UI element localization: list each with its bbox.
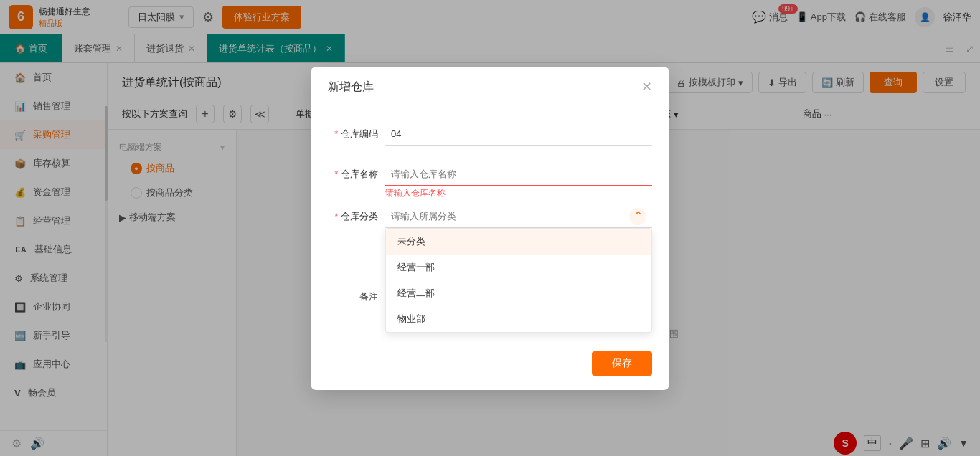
dropdown-item-dept2[interactable]: 经营二部 — [386, 280, 651, 306]
code-input[interactable] — [385, 123, 652, 146]
category-label: * 仓库分类 — [328, 205, 385, 228]
dropdown-item-property[interactable]: 物业部 — [386, 306, 651, 332]
remark-label: 备注 — [328, 285, 385, 308]
modal-title: 新增仓库 — [328, 80, 374, 95]
name-input[interactable] — [385, 163, 652, 186]
category-input[interactable] — [385, 205, 652, 228]
code-label: * 仓库编码 — [328, 123, 385, 146]
name-error-msg: 请输入仓库名称 — [385, 187, 652, 199]
form-row-code: * 仓库编码 — [328, 123, 652, 146]
modal-body: * 仓库编码 * 仓库名称 请输入仓库名称 * — [311, 105, 669, 331]
dropdown-item-dept1[interactable]: 经营一部 — [386, 255, 651, 280]
modal: 新增仓库 ✕ * 仓库编码 * 仓库名称 — [311, 67, 669, 390]
name-label: * 仓库名称 — [328, 163, 385, 186]
modal-overlay[interactable]: 新增仓库 ✕ * 仓库编码 * 仓库名称 — [0, 0, 980, 456]
modal-close-btn[interactable]: ✕ — [641, 80, 652, 93]
modal-header: 新增仓库 ✕ — [311, 67, 669, 105]
dropdown-item-uncategorized[interactable]: 未分类 — [386, 229, 651, 255]
save-button[interactable]: 保存 — [592, 351, 652, 376]
modal-footer: 保存 — [311, 343, 669, 390]
form-row-category: * 仓库分类 ⌃ 未分类 经营一部 — [328, 205, 652, 228]
category-dropdown: 未分类 经营一部 经营二部 物业部 — [385, 228, 652, 333]
category-arrow-icon[interactable]: ⌃ — [629, 208, 646, 225]
form-row-name: * 仓库名称 请输入仓库名称 — [328, 163, 652, 199]
